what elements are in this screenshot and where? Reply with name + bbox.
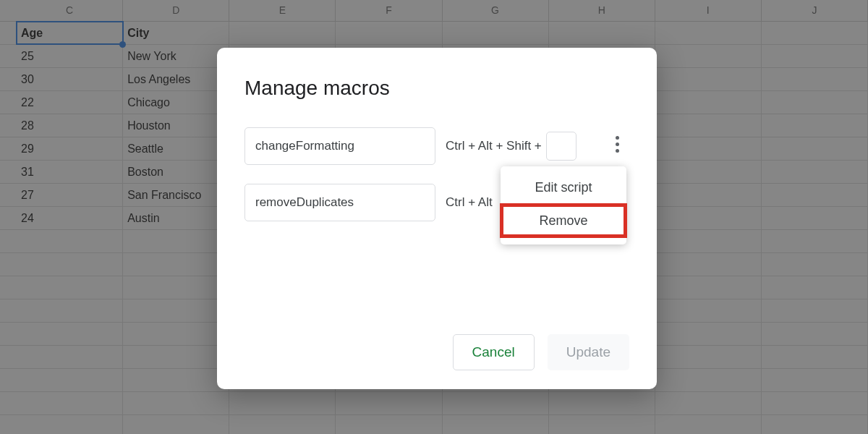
macro-options-dropdown: Edit script Remove xyxy=(501,166,626,244)
macro-name-input[interactable]: changeFormatting xyxy=(244,127,435,165)
more-vertical-icon xyxy=(616,142,619,146)
shortcut-prefix: Ctrl + Alt + Shift + xyxy=(446,139,542,153)
edit-script-item[interactable]: Edit script xyxy=(501,171,626,204)
macro-name-input[interactable]: removeDuplicates xyxy=(244,184,435,221)
dialog-title: Manage macros xyxy=(244,77,629,100)
shortcut-key-input[interactable] xyxy=(546,132,576,161)
remove-macro-item[interactable]: Remove xyxy=(501,204,626,237)
more-options-button[interactable] xyxy=(605,132,629,156)
more-vertical-icon xyxy=(616,136,619,140)
shortcut-prefix: Ctrl + Alt xyxy=(446,195,493,210)
dialog-footer: Cancel Update xyxy=(453,334,629,370)
cancel-button[interactable]: Cancel xyxy=(453,334,535,370)
more-vertical-icon xyxy=(616,149,619,153)
macro-row: changeFormatting Ctrl + Alt + Shift + xyxy=(244,127,629,165)
update-button[interactable]: Update xyxy=(548,334,629,370)
